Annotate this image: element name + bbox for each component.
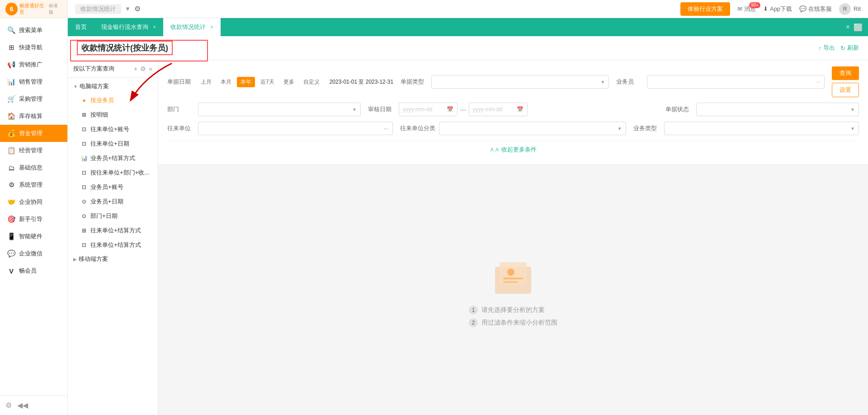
sidebar-item-search[interactable]: 🔍 搜索菜单 xyxy=(0,22,67,39)
gear-settings-icon[interactable]: ⚙ xyxy=(134,5,141,13)
scheme-list: ▼ 电脑端方案 ● 按业务员 ⊞ 按明细 ⊡ 往来单位+账号 xyxy=(68,78,158,415)
app-download-button[interactable]: ⬇ App下载 xyxy=(763,5,792,13)
sidebar-label-sales: 销售管理 xyxy=(19,78,42,86)
scheme-group-mobile-header[interactable]: ▶ 移动端方案 xyxy=(68,252,158,266)
tab-bank-flow[interactable]: 现金银行流水查询 × xyxy=(94,18,163,36)
scheme-settings-icon[interactable]: ⚙ xyxy=(140,65,146,72)
sidebar-item-enterprise[interactable]: 🤝 企业协同 xyxy=(0,193,67,211)
dept-date-icon: ⊙ xyxy=(80,212,88,220)
tab-bank-flow-close[interactable]: × xyxy=(153,24,156,30)
filter-row-3: 往来单位 ··· 往来单位分类 ▼ 业务类型 xyxy=(167,122,859,135)
online-service-button[interactable]: 💬 在线客服 xyxy=(799,5,832,13)
query-button[interactable]: 查询 xyxy=(832,66,859,80)
sidebar-settings-icon[interactable]: ⚙ xyxy=(5,401,12,410)
date-tab-custom[interactable]: 自定义 xyxy=(300,77,323,87)
scheme-item-unit-account[interactable]: ⊡ 往来单位+账号 xyxy=(68,122,158,137)
message-button[interactable]: ✉ 消息 99+ xyxy=(737,5,756,13)
export-label: 导出 xyxy=(823,44,835,52)
sidebar-label-wechat: 企业微信 xyxy=(19,250,42,258)
scheme-item-staff-account[interactable]: ⊡ 业务员+账号 xyxy=(68,180,158,194)
user-menu[interactable]: R Rit xyxy=(839,3,861,15)
scheme-item-unit-dept-coll[interactable]: ⊡ 按往来单位+部门+收... xyxy=(68,165,158,180)
refresh-label: 刷新 xyxy=(847,44,859,52)
scheme-item-unit-settle2[interactable]: ⊡ 往来单位+结算方式 xyxy=(68,238,158,252)
staff-date-icon: ⊙ xyxy=(80,198,88,205)
desktop-group-label: 电脑端方案 xyxy=(80,82,109,90)
sidebar-collapse-icon[interactable]: ◀◀ xyxy=(17,401,28,410)
service-label: 在线客服 xyxy=(808,5,832,13)
scheme-collapse-icon[interactable]: « xyxy=(149,65,152,72)
tip-text-2: 用过滤条件来缩小分析范围 xyxy=(481,319,557,327)
sidebar-item-member[interactable]: V 畅会员 xyxy=(0,262,67,279)
window-close-icon[interactable]: × xyxy=(846,23,850,31)
date-tab-more[interactable]: 更多 xyxy=(280,77,298,87)
sidebar-item-wechat[interactable]: 💬 企业微信 xyxy=(0,245,67,262)
sidebar-item-warehouse[interactable]: 🏠 库存核算 xyxy=(0,108,67,125)
collapse-icon: ∧∧ xyxy=(490,146,500,153)
member-icon: V xyxy=(7,267,15,275)
date-tab-recent7[interactable]: 近7天 xyxy=(257,77,278,87)
sidebar-item-system[interactable]: ⚙ 系统管理 xyxy=(0,176,67,193)
dept-select[interactable]: ▼ xyxy=(198,103,361,116)
sidebar-item-sales[interactable]: 📊 销售管理 xyxy=(0,73,67,90)
page-actions: ↑ 导出 ↻ 刷新 xyxy=(819,44,859,52)
sidebar-item-basic[interactable]: 🗂 基础信息 xyxy=(0,159,67,176)
marketing-icon: 📢 xyxy=(7,61,15,69)
scheme-item-dept-date[interactable]: ⊙ 部门+日期 xyxy=(68,209,158,223)
date-tab-prev-month[interactable]: 上月 xyxy=(197,77,215,87)
breadcrumb-arrow-icon: ▼ xyxy=(125,5,131,12)
review-date-from[interactable]: yyyy-mm-dd 📅 xyxy=(399,103,458,116)
page-header: 收款情况统计(按业务员) ↑ 导出 ↻ 刷新 xyxy=(68,36,868,60)
export-button[interactable]: ↑ 导出 xyxy=(819,44,835,52)
window-maximize-icon[interactable]: ⬜ xyxy=(854,23,863,32)
date-tabs: 上月 本月 本年 近7天 更多 自定义 xyxy=(197,77,323,87)
sidebar-label-marketing: 营销推广 xyxy=(19,61,42,69)
tab-collection-close[interactable]: × xyxy=(210,24,213,30)
top-bar: 收款情况统计 ▼ ⚙ 体验行业方案 ✉ 消息 99+ ⬇ App下载 💬 在线客… xyxy=(68,0,868,18)
partner-category-select[interactable]: ▼ xyxy=(439,122,626,135)
sidebar-item-finance[interactable]: 💰 资金管理 xyxy=(0,125,67,142)
staff-select[interactable]: ··· xyxy=(647,75,825,89)
refresh-button[interactable]: ↻ 刷新 xyxy=(840,44,859,52)
biz-type-select[interactable]: ▼ xyxy=(664,122,859,135)
tab-home[interactable]: 首页 xyxy=(68,18,94,36)
settings-button[interactable]: 设置 xyxy=(832,83,859,97)
main-wrapper: 收款情况统计 ▼ ⚙ 体验行业方案 ✉ 消息 99+ ⬇ App下载 💬 在线客… xyxy=(68,0,868,415)
sidebar-label-enterprise: 企业协同 xyxy=(19,198,42,206)
sidebar-item-marketing[interactable]: 📢 营销推广 xyxy=(0,56,67,73)
partner-select[interactable]: ··· xyxy=(198,122,393,135)
filter-group-dept: 部门 ▼ xyxy=(167,103,361,116)
svg-rect-3 xyxy=(503,278,523,279)
username: Rit xyxy=(854,5,861,12)
doc-status-select[interactable]: ▼ xyxy=(696,103,859,116)
unit-dept-coll-label: 按往来单位+部门+收... xyxy=(90,169,149,177)
sidebar-item-purchase[interactable]: 🛒 采购管理 xyxy=(0,90,67,108)
scheme-item-by-staff[interactable]: ● 按业务员 xyxy=(68,93,158,108)
trial-button[interactable]: 体验行业方案 xyxy=(680,2,730,16)
tab-collection[interactable]: 收款情况统计 × xyxy=(163,18,221,36)
sidebar-item-business[interactable]: 📋 经营管理 xyxy=(0,142,67,159)
scheme-item-mingxi[interactable]: ⊞ 按明细 xyxy=(68,108,158,122)
partner-more-icon[interactable]: ··· xyxy=(384,125,389,132)
sidebar-bottom: ⚙ ◀◀ xyxy=(0,395,67,415)
scheme-add-icon[interactable]: + xyxy=(134,65,137,72)
sidebar-label-search: 搜索菜单 xyxy=(19,26,42,34)
scheme-item-staff-settle[interactable]: 📊 业务员+结算方式 xyxy=(68,151,158,165)
sales-icon: 📊 xyxy=(7,78,15,86)
sidebar-item-guide[interactable]: 🎯 新手引导 xyxy=(0,211,67,228)
scheme-group-desktop-header[interactable]: ▼ 电脑端方案 xyxy=(68,80,158,93)
sidebar-label-smart: 智能硬件 xyxy=(19,232,42,241)
sidebar-item-smart[interactable]: 📱 智能硬件 xyxy=(0,228,67,245)
scheme-item-unit-settle1[interactable]: ⊞ 往来单位+结算方式 xyxy=(68,223,158,238)
date-tab-this-month[interactable]: 本月 xyxy=(217,77,235,87)
guide-icon: 🎯 xyxy=(7,215,15,223)
scheme-item-unit-date[interactable]: ⊡ 往来单位+日期 xyxy=(68,137,158,151)
doc-type-select[interactable]: ▼ xyxy=(431,75,609,89)
date-tab-this-year[interactable]: 本年 xyxy=(237,77,255,87)
calendar-from-icon: 📅 xyxy=(447,106,453,113)
sidebar-item-quick-nav[interactable]: ⊞ 快捷导航 xyxy=(0,39,67,56)
collapse-more-button[interactable]: ∧∧ 收起更多条件 xyxy=(167,141,859,158)
export-icon: ↑ xyxy=(819,45,822,52)
scheme-item-staff-date[interactable]: ⊙ 业务员+日期 xyxy=(68,194,158,209)
review-date-to[interactable]: yyyy-mm-dd 📅 xyxy=(469,103,528,116)
